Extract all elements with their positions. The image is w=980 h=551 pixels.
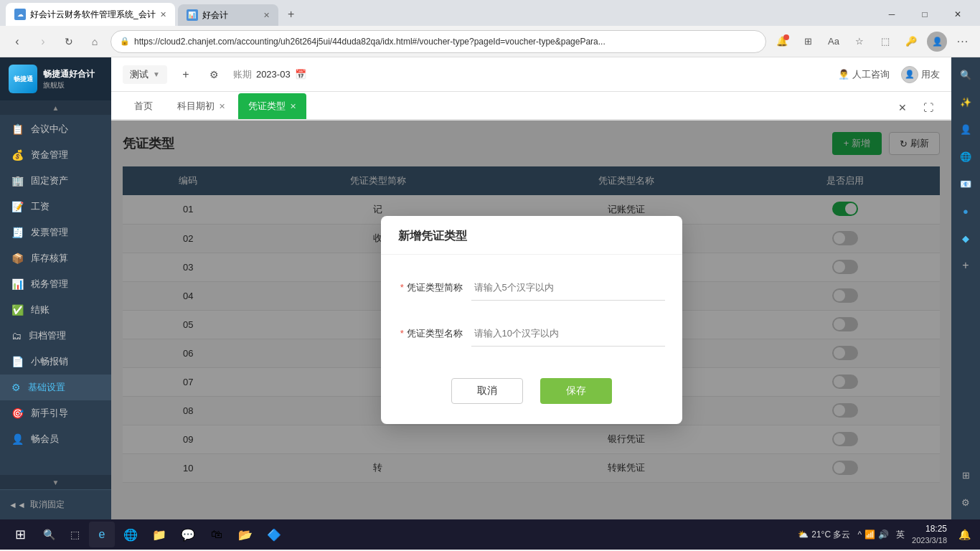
sidebar-item-tax[interactable]: 📊 税务管理 [0,271,111,297]
sidebar-item-settle[interactable]: ✅ 结账 [0,297,111,323]
start-button[interactable]: ⊞ [6,520,34,549]
sidebar-label-guide: 新手引导 [31,407,68,420]
name-label: * 凭证类型名称 [398,327,463,340]
browser-action-4[interactable]: ☆ [849,32,870,52]
pin-left-icon: ◄◄ [9,500,26,510]
minimize-button[interactable]: ─ [875,3,908,26]
tab-voucher-type[interactable]: 凭证类型 ✕ [238,93,306,119]
payroll-icon: 📝 [11,201,24,212]
guide-icon: 🎯 [11,408,24,419]
more-button[interactable]: ··· [953,32,973,52]
cancel-pin-area[interactable]: ◄◄ 取消固定 [0,489,111,519]
language-indicator: 英 [896,529,905,541]
taskbar-app-chrome[interactable]: 🌐 [118,522,143,547]
name-input[interactable] [471,321,665,347]
profile-icon[interactable]: 👤 [927,32,947,52]
tab-collapse-btn[interactable]: ✕ [891,96,914,119]
form-row-name: * 凭证类型名称 [398,321,665,347]
scroll-up-btn[interactable]: ▲ [0,100,111,115]
sidebar-item-member[interactable]: 👤 畅会员 [0,426,111,452]
right-btn-search[interactable]: 🔍 [954,63,977,86]
tab-close-2[interactable]: ✕ [263,11,270,20]
right-btn-layout[interactable]: ⊞ [954,463,977,486]
right-btn-add[interactable]: + [954,254,977,277]
home-button[interactable]: ⌂ [85,32,105,52]
sidebar-nav: 📋 会议中心 💰 资金管理 🏢 固定资产 📝 工资 🧾 发票管理 📦 库 [0,115,111,475]
right-btn-user[interactable]: 👤 [954,118,977,141]
tab-subject[interactable]: 科目期初 ✕ [167,93,235,119]
logo-icon: 畅捷通 [9,65,37,93]
sidebar-item-settings[interactable]: ⚙ 基础设置 [0,375,111,400]
browser-action-2[interactable]: ⊞ [798,32,818,52]
tray-chevron[interactable]: ^ [857,529,862,540]
right-btn-globe[interactable]: 🌐 [954,145,977,168]
taskbar-app-explorer[interactable]: 📂 [232,522,258,547]
browser-action-3[interactable]: Aa [824,32,844,52]
sidebar-item-report[interactable]: 📄 小畅报销 [0,349,111,375]
sidebar-item-assets[interactable]: 🏢 固定资产 [0,168,111,194]
right-btn-gear[interactable]: ⚙ [954,491,977,514]
tab-voucher-close[interactable]: ✕ [290,102,296,111]
tab-voucher-label: 凭证类型 [248,100,286,113]
assets-icon: 🏢 [11,175,24,187]
add-workspace-btn[interactable]: + [176,65,196,85]
close-button[interactable]: ✕ [941,3,974,26]
settle-icon: ✅ [11,304,24,316]
consult-icon: 👨‍💼 [838,69,849,80]
header-right: 👨‍💼 人工咨询 👤 用友 [838,66,940,83]
cancel-button[interactable]: 取消 [451,378,523,404]
sidebar-item-invoice[interactable]: 🧾 发票管理 [0,220,111,245]
tab-home[interactable]: 首页 [123,93,164,119]
sidebar-item-guide[interactable]: 🎯 新手引导 [0,400,111,426]
forward-button[interactable]: › [33,32,53,52]
new-tab-button[interactable]: + [281,4,301,24]
consult-button[interactable]: 👨‍💼 人工咨询 [838,68,890,81]
browser-action-5[interactable]: ⬚ [875,32,895,52]
tab-expand-btn[interactable]: ⛶ [917,96,940,119]
save-button[interactable]: 保存 [540,378,612,404]
maximize-button[interactable]: □ [908,3,941,26]
sidebar-item-finance[interactable]: 💰 资金管理 [0,142,111,168]
right-btn-circle[interactable]: ● [954,199,977,222]
main-area: 测试 ▼ + ⚙ 账期 2023-03 📅 👨‍💼 人工咨询 👤 用友 [111,57,951,519]
browser-action-6[interactable]: 🔑 [901,32,921,52]
sys-tray: ^ 📶 🔊 [857,529,889,540]
taskbar-app-wechat[interactable]: 💬 [175,522,201,547]
dashboard-icon: 📋 [11,123,24,135]
logo-title: 畅捷通好合计 [43,68,95,80]
taskbar-app-store[interactable]: 🛍 [204,522,230,547]
sidebar-label-inventory: 库存核算 [31,252,68,265]
sidebar-item-inventory[interactable]: 📦 库存核算 [0,245,111,271]
sidebar-item-archive[interactable]: 🗂 归档管理 [0,323,111,349]
calendar-icon[interactable]: 📅 [295,69,306,80]
tab-close-1[interactable]: ✕ [160,10,166,19]
taskbar-app-edge2[interactable]: 🔷 [261,522,287,547]
taskbar-app-edge[interactable]: e [89,522,115,547]
workspace-selector[interactable]: 测试 ▼ [123,65,167,84]
browser-tab-inactive[interactable]: 📊 好会计 ✕ [178,4,278,26]
sidebar-item-payroll[interactable]: 📝 工资 [0,194,111,220]
required-star-2: * [400,328,407,339]
sidebar-label-payroll: 工资 [31,200,50,213]
right-btn-mail[interactable]: 📧 [954,172,977,195]
reload-button[interactable]: ↻ [59,32,79,52]
right-btn-diamond[interactable]: ◆ [954,227,977,250]
scroll-down-btn[interactable]: ▼ [0,475,111,489]
taskbar-app-file[interactable]: 📁 [146,522,172,547]
sidebar-item-dashboard[interactable]: 📋 会议中心 [0,116,111,142]
taskbar-taskview[interactable]: ⬚ [63,523,86,546]
right-btn-star[interactable]: ✨ [954,90,977,113]
browser-action-1[interactable]: 🔔 [772,32,792,52]
taskbar-right: ⛅ 21°C 多云 ^ 📶 🔊 英 18:25 2023/3/18 🔔 [798,523,974,546]
form-row-short: * 凭证类型简称 [398,275,665,301]
tab-subject-close[interactable]: ✕ [219,102,225,111]
taskbar-search-btn[interactable]: 🔍 [37,523,60,546]
user-button[interactable]: 👤 用友 [901,66,940,83]
settings-gear-btn[interactable]: ⚙ [204,65,225,85]
notification-btn[interactable]: 🔔 [954,524,974,545]
back-button[interactable]: ‹ [7,32,27,52]
inventory-icon: 📦 [11,253,24,264]
address-bar[interactable]: 🔒 https://cloud2.chanjet.com/accounting/… [110,30,766,53]
browser-tab-active[interactable]: ☁ 好会计云财务软件管理系统_会计 ✕ [6,3,175,26]
short-input[interactable] [471,275,665,301]
